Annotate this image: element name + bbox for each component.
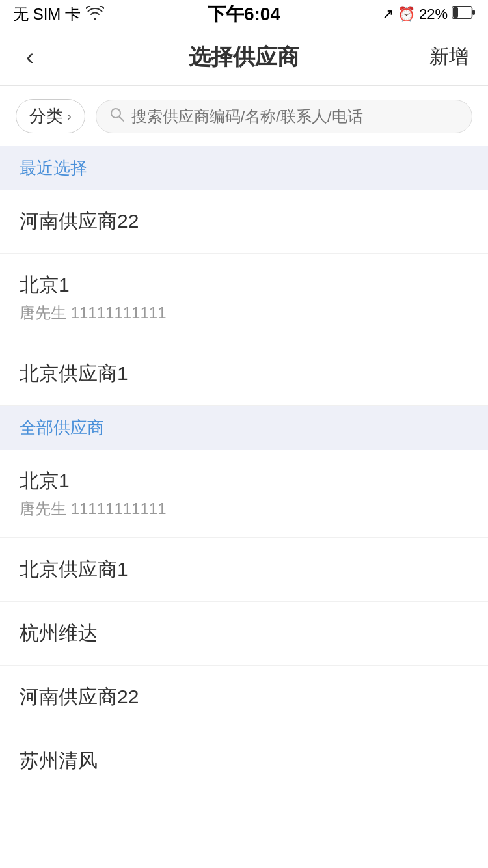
search-input[interactable] [131, 107, 459, 126]
item-name: 北京供应商1 [20, 360, 468, 387]
list-item[interactable]: 北京供应商1 [0, 538, 488, 602]
back-button[interactable]: ‹ [20, 37, 40, 77]
chevron-right-icon: › [67, 109, 72, 124]
alarm-icon: ⏰ [398, 6, 415, 23]
status-right: ↗ ⏰ 22% [382, 6, 475, 23]
item-name: 北京供应商1 [20, 556, 468, 583]
filter-row: 分类 › [0, 86, 488, 146]
item-name: 河南供应商22 [20, 684, 468, 711]
item-name: 北京1 [20, 272, 468, 299]
time-display: 下午6:04 [208, 2, 280, 27]
list-item[interactable]: 北京1唐先生 11111111111 [0, 254, 488, 342]
search-icon [109, 107, 125, 126]
list-item[interactable]: 河南供应商22 [0, 190, 488, 254]
item-name: 河南供应商22 [20, 208, 468, 235]
location-icon: ↗ [382, 6, 394, 23]
recent-section-label: 最近选择 [20, 158, 87, 178]
category-label: 分类 [29, 105, 63, 128]
item-name: 苏州清风 [20, 748, 468, 774]
carrier-text: 无 SIM 卡 [13, 4, 81, 25]
nav-bar: ‹ 选择供应商 新增 [0, 29, 488, 86]
wifi-icon [86, 6, 104, 23]
search-box[interactable] [96, 100, 472, 133]
page-title: 选择供应商 [189, 42, 299, 72]
add-button[interactable]: 新增 [429, 44, 468, 70]
status-left: 无 SIM 卡 [13, 4, 104, 25]
list-item[interactable]: 北京1唐先生 11111111111 [0, 450, 488, 538]
battery-icon [452, 6, 475, 23]
list-item[interactable]: 河南供应商22 [0, 666, 488, 729]
category-filter[interactable]: 分类 › [16, 99, 85, 133]
list-item[interactable]: 杭州维达 [0, 602, 488, 666]
item-name: 杭州维达 [20, 620, 468, 647]
list-item[interactable]: 苏州清风 [0, 729, 488, 793]
battery-text: 22% [419, 6, 448, 23]
all-section-header: 全部供应商 [0, 406, 488, 450]
recent-section-header: 最近选择 [0, 146, 488, 190]
list-item[interactable]: 北京供应商1 [0, 342, 488, 406]
recent-items-list: 河南供应商22北京1唐先生 11111111111北京供应商1 [0, 190, 488, 406]
svg-line-4 [119, 116, 124, 121]
item-sub: 唐先生 11111111111 [20, 303, 468, 323]
all-section-label: 全部供应商 [20, 418, 104, 437]
all-items-list: 北京1唐先生 11111111111北京供应商1杭州维达河南供应商22苏州清风 [0, 450, 488, 793]
svg-rect-1 [472, 10, 475, 15]
item-name: 北京1 [20, 468, 468, 495]
svg-rect-2 [453, 7, 458, 18]
status-bar: 无 SIM 卡 下午6:04 ↗ ⏰ 22% [0, 0, 488, 29]
item-sub: 唐先生 11111111111 [20, 498, 468, 519]
